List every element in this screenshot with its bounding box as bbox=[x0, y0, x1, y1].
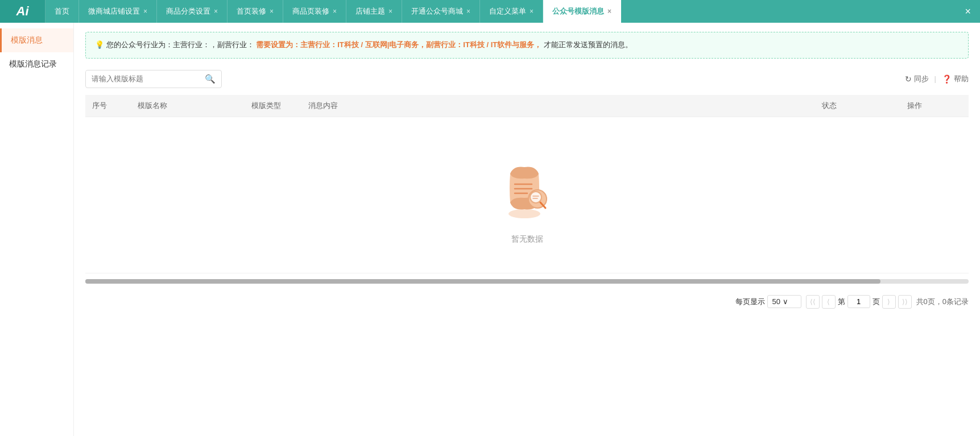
search-input[interactable] bbox=[86, 71, 199, 86]
search-button[interactable]: 🔍 bbox=[199, 70, 221, 88]
empty-illustration bbox=[493, 157, 561, 225]
page-number-input[interactable] bbox=[847, 295, 870, 308]
col-header-name: 模版名称 bbox=[131, 95, 245, 117]
last-page-button[interactable]: ⟩⟩ bbox=[898, 295, 912, 309]
main-layout: 模版消息 模版消息记录 💡 您的公众号行业为：主营行业：，副营行业： 需要设置为… bbox=[0, 23, 980, 436]
table-body: 暂无数据 bbox=[85, 117, 969, 273]
empty-state-cell: 暂无数据 bbox=[85, 117, 969, 273]
sidebar-item-template-msg-log[interactable]: 模版消息记录 bbox=[0, 52, 73, 76]
page-size-value: 50 bbox=[772, 297, 780, 306]
first-page-button[interactable]: ⟨⟨ bbox=[806, 295, 820, 309]
tab-wechat-shop-close[interactable]: × bbox=[143, 7, 147, 15]
tab-shop-theme[interactable]: 店铺主题 × bbox=[346, 0, 402, 23]
col-header-content: 消息内容 bbox=[301, 95, 815, 117]
pagination: 每页显示 50 ∨ ⟨⟨ ⟨ 第 页 ⟩ bbox=[85, 289, 969, 314]
search-box: 🔍 bbox=[85, 70, 222, 88]
tab-product-page-close[interactable]: × bbox=[333, 7, 337, 15]
tab-open-mall-label: 开通公众号商城 bbox=[411, 6, 463, 16]
col-header-action: 操作 bbox=[900, 95, 969, 117]
notice-prefix: 您的公众号行业为：主营行业：，副营行业： bbox=[106, 40, 254, 49]
sidebar: 模版消息 模版消息记录 bbox=[0, 23, 74, 436]
tab-product-page-label: 商品页装修 bbox=[292, 6, 329, 16]
sync-button[interactable]: ↻ 同步 bbox=[905, 74, 929, 84]
page-size-label: 每页显示 bbox=[735, 297, 765, 307]
global-close-button[interactable]: × bbox=[956, 6, 980, 18]
pagination-buttons: ⟨⟨ ⟨ 第 页 ⟩ ⟩⟩ bbox=[806, 295, 912, 309]
tab-home[interactable]: 首页 bbox=[46, 0, 79, 23]
horizontal-scrollbar[interactable] bbox=[85, 279, 969, 284]
page-size-select: 每页显示 50 ∨ bbox=[735, 295, 801, 308]
last-page-icon: ⟩⟩ bbox=[902, 298, 908, 306]
tab-open-mall-close[interactable]: × bbox=[466, 7, 470, 15]
table-header: 序号 模版名称 模版类型 消息内容 状态 操作 bbox=[85, 95, 969, 117]
col-header-type: 模版类型 bbox=[245, 95, 301, 117]
page-label: 第 bbox=[838, 297, 845, 307]
tab-custom-menu-label: 自定义菜单 bbox=[489, 6, 526, 16]
tab-home-decor-label: 首页装修 bbox=[237, 6, 266, 16]
tab-product-page[interactable]: 商品页装修 × bbox=[283, 0, 346, 23]
tab-template-msg-close[interactable]: × bbox=[607, 7, 611, 15]
tab-wechat-shop-label: 微商城店铺设置 bbox=[88, 6, 140, 16]
tab-open-mall[interactable]: 开通公众号商城 × bbox=[402, 0, 480, 23]
next-page-icon: ⟩ bbox=[887, 298, 890, 306]
notice-icon: 💡 bbox=[95, 40, 104, 49]
toolbar-divider: | bbox=[934, 74, 936, 83]
tab-home-decor-close[interactable]: × bbox=[270, 7, 274, 15]
empty-text: 暂无数据 bbox=[511, 234, 543, 244]
toolbar-right: ↻ 同步 | ❓ 帮助 bbox=[905, 74, 969, 84]
app-logo: Ai bbox=[0, 0, 46, 23]
notice-banner: 💡 您的公众号行业为：主营行业：，副营行业： 需要设置为：主营行业：IT科技 /… bbox=[85, 32, 969, 59]
tab-shop-theme-close[interactable]: × bbox=[388, 7, 392, 15]
svg-point-0 bbox=[508, 209, 540, 218]
tab-product-category[interactable]: 商品分类设置 × bbox=[157, 0, 228, 23]
help-icon: ❓ bbox=[942, 74, 952, 84]
sync-label: 同步 bbox=[914, 74, 929, 84]
tab-template-msg-label: 公众号模版消息 bbox=[552, 6, 604, 16]
prev-page-icon: ⟨ bbox=[827, 298, 830, 306]
page-size-dropdown[interactable]: 50 ∨ bbox=[767, 295, 801, 308]
tab-home-decor[interactable]: 首页装修 × bbox=[228, 0, 283, 23]
svg-point-5 bbox=[530, 192, 541, 203]
sync-icon: ↻ bbox=[905, 74, 912, 84]
empty-state: 暂无数据 bbox=[92, 123, 962, 267]
prev-page-button[interactable]: ⟨ bbox=[822, 295, 836, 309]
content-area: 💡 您的公众号行业为：主营行业：，副营行业： 需要设置为：主营行业：IT科技 /… bbox=[74, 23, 980, 436]
toolbar: 🔍 ↻ 同步 | ❓ 帮助 bbox=[85, 70, 969, 88]
help-label: 帮助 bbox=[954, 74, 969, 84]
tab-custom-menu[interactable]: 自定义菜单 × bbox=[480, 0, 543, 23]
col-header-index: 序号 bbox=[85, 95, 131, 117]
notice-highlight: 需要设置为：主营行业：IT科技 / 互联网|电子商务，副营行业：IT科技 / I… bbox=[256, 40, 541, 49]
tab-template-msg[interactable]: 公众号模版消息 × bbox=[543, 0, 621, 23]
search-icon: 🔍 bbox=[205, 74, 216, 84]
col-header-status: 状态 bbox=[815, 95, 900, 117]
page-total: 共0页，0条记录 bbox=[916, 297, 969, 307]
sidebar-item-template-msg[interactable]: 模版消息 bbox=[0, 28, 73, 52]
notice-suffix: 才能正常发送预置的消息。 bbox=[544, 40, 632, 49]
tab-product-category-close[interactable]: × bbox=[214, 7, 218, 15]
data-table: 序号 模版名称 模版类型 消息内容 状态 操作 bbox=[85, 95, 969, 273]
first-page-icon: ⟨⟨ bbox=[810, 298, 816, 306]
page-unit: 页 bbox=[873, 297, 880, 307]
tab-shop-theme-label: 店铺主题 bbox=[355, 6, 385, 16]
next-page-button[interactable]: ⟩ bbox=[882, 295, 896, 309]
tab-wechat-shop[interactable]: 微商城店铺设置 × bbox=[79, 0, 157, 23]
scrollbar-thumb[interactable] bbox=[85, 279, 880, 284]
sidebar-item-template-msg-log-label: 模版消息记录 bbox=[9, 59, 57, 68]
tab-custom-menu-close[interactable]: × bbox=[530, 7, 534, 15]
page-size-arrow-icon: ∨ bbox=[783, 297, 788, 306]
sidebar-item-template-msg-label: 模版消息 bbox=[11, 35, 43, 44]
tab-bar: Ai 首页 微商城店铺设置 × 商品分类设置 × 首页装修 × 商品页装修 × … bbox=[0, 0, 980, 23]
help-button[interactable]: ❓ 帮助 bbox=[942, 74, 969, 84]
tab-product-category-label: 商品分类设置 bbox=[166, 6, 210, 16]
tab-home-label: 首页 bbox=[55, 6, 69, 16]
